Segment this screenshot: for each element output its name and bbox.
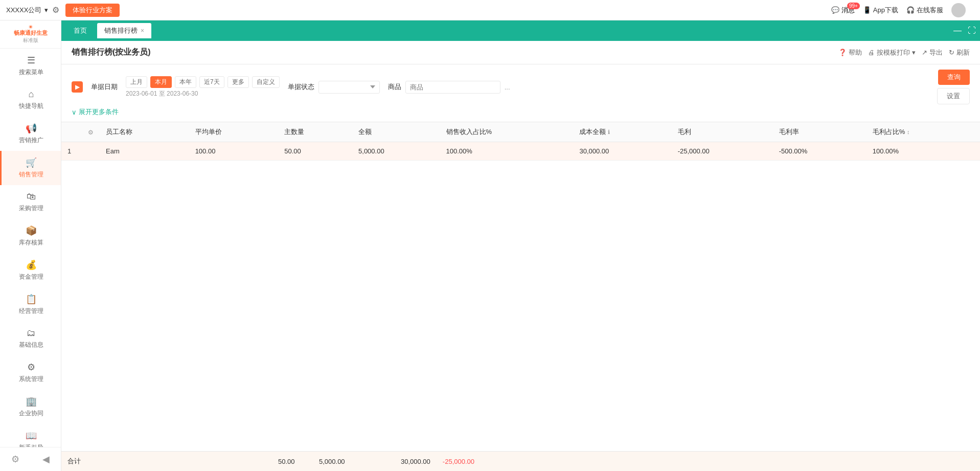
- settings-button[interactable]: 设置: [937, 88, 970, 104]
- help-button[interactable]: ❓ 帮助: [838, 48, 862, 57]
- date-filter-group: 上月 本月 本年 近7天 更多 自定义 2023-06-01 至 2023-06…: [126, 76, 280, 98]
- this-year-btn[interactable]: 本年: [175, 76, 196, 88]
- home-icon: ⌂: [29, 89, 34, 100]
- sidebar-item-system[interactable]: ⚙ 系统管理: [0, 355, 61, 390]
- this-month-btn[interactable]: 本月: [150, 76, 172, 88]
- tab-close-icon[interactable]: ×: [141, 27, 144, 34]
- inventory-icon: 📦: [26, 225, 37, 236]
- template-print-button[interactable]: 🖨 按模板打印 ▾: [868, 48, 916, 57]
- status-select[interactable]: [318, 81, 380, 94]
- logo-area: 畅康通好生意 标准版: [0, 20, 61, 49]
- guide-icon: 📖: [26, 430, 37, 441]
- print-icon: 🖨: [868, 49, 875, 56]
- refresh-icon: ↻: [949, 49, 954, 56]
- trial-button[interactable]: 体验行业方案: [65, 4, 120, 17]
- column-settings-icon[interactable]: ⚙: [88, 129, 94, 136]
- filter-toggle-button[interactable]: ▶: [72, 81, 83, 93]
- message-area[interactable]: 💬 消息 99+: [831, 6, 855, 15]
- tab-expand-icon[interactable]: ⛶: [968, 26, 976, 35]
- tab-bar-right: — ⛶: [953, 26, 976, 35]
- th-gross-rate: 毛利率: [773, 122, 867, 142]
- query-button[interactable]: 查询: [938, 70, 970, 85]
- sidebar-item-guide[interactable]: 📖 新手引导: [0, 424, 61, 447]
- company-name: XXXXX公司: [6, 6, 41, 15]
- sidebar-item-quick-nav[interactable]: ⌂ 快捷导航: [0, 83, 61, 117]
- expand-more-button[interactable]: ∨ 展开更多条件: [72, 107, 970, 117]
- sidebar-item-label-sales: 销售管理: [19, 170, 43, 179]
- sidebar-item-label-nav: 快捷导航: [19, 102, 43, 110]
- app-icon: 📱: [863, 6, 871, 14]
- footer-quantity: 50.00: [272, 458, 313, 465]
- tab-sales-ranking[interactable]: 销售排行榜 ×: [97, 23, 151, 38]
- company-selector[interactable]: XXXXX公司 ▾: [6, 6, 48, 15]
- more-dates-btn[interactable]: 更多: [227, 76, 249, 88]
- gross-pct-label: 毛利占比%: [873, 128, 905, 136]
- sidebar-item-label-purchase: 采购管理: [19, 204, 43, 213]
- status-filter-group: 单据状态: [288, 81, 380, 94]
- tab-home[interactable]: 首页: [65, 22, 95, 39]
- last-7-days-btn[interactable]: 近7天: [199, 76, 224, 88]
- help-icon: ❓: [838, 49, 847, 56]
- online-service-area[interactable]: 🎧 在线客服: [906, 6, 943, 15]
- sidebar-item-basic-info[interactable]: 🗂 基础信息: [0, 322, 61, 355]
- sidebar-item-label-basic: 基础信息: [19, 341, 43, 349]
- status-label: 单据状态: [288, 82, 314, 92]
- settings-icon[interactable]: ⚙: [52, 5, 59, 15]
- footer-total-label: 合计: [67, 457, 170, 466]
- avatar[interactable]: [951, 3, 966, 17]
- top-bar: XXXXX公司 ▾ ⚙ 体验行业方案 💬 消息 99+ 📱 App下载 🎧 在线…: [0, 0, 980, 20]
- cost-info-icon: ℹ: [608, 129, 610, 135]
- content-area: 首页 销售排行榜 × — ⛶ 销售排行榜(按业务员) ❓ 帮助: [61, 20, 980, 471]
- gross-pct-sort-icon[interactable]: ↕: [907, 129, 910, 135]
- th-settings[interactable]: ⚙: [82, 122, 100, 142]
- export-button[interactable]: ↗ 导出: [922, 48, 943, 57]
- date-label: 单据日期: [91, 82, 118, 92]
- tab-minimize-icon[interactable]: —: [953, 26, 962, 35]
- table-row: 1 Eam 100.00 50.00 5,000.00 100.00% 30,0…: [61, 142, 980, 161]
- goods-input[interactable]: [405, 81, 500, 94]
- purchase-icon: 🛍: [27, 191, 36, 202]
- help-label: 帮助: [849, 48, 862, 57]
- sidebar-item-operations[interactable]: 📋 经营管理: [0, 287, 61, 322]
- query-settings-area: 查询 设置: [937, 70, 970, 104]
- last-month-btn[interactable]: 上月: [126, 76, 147, 88]
- th-name: 员工名称: [100, 122, 189, 142]
- more-options-link[interactable]: ...: [505, 83, 510, 91]
- filter-area: ▶ 单据日期 上月 本月 本年 近7天 更多 自定义 2023-06-01 至 …: [61, 64, 980, 122]
- app-download-area[interactable]: 📱 App下载: [863, 6, 898, 15]
- sidebar-item-finance[interactable]: 💰 资金管理: [0, 253, 61, 287]
- footer-gross: -25,000.00: [437, 458, 481, 465]
- page-header: 销售排行榜(按业务员) ❓ 帮助 🖨 按模板打印 ▾ ↗ 导出: [61, 41, 980, 64]
- collapse-icon[interactable]: ◀: [42, 454, 50, 465]
- headset-icon: 🎧: [906, 6, 915, 14]
- cell-sales-pct: 100.00%: [440, 142, 574, 161]
- custom-dates-btn[interactable]: 自定义: [252, 76, 280, 88]
- main-layout: 畅康通好生意 标准版 ☰ 搜索菜单 ⌂ 快捷导航 📢 营销推广 🛒 销售管理 🛍: [0, 20, 980, 471]
- print-chevron-icon: ▾: [912, 49, 916, 56]
- sidebar-item-search-order[interactable]: ☰ 搜索菜单: [0, 49, 61, 83]
- sidebar-item-sales[interactable]: 🛒 销售管理: [0, 151, 61, 185]
- goods-label: 商品: [388, 82, 401, 92]
- refresh-label: 刷新: [956, 48, 970, 57]
- expand-more-label: 展开更多条件: [79, 107, 119, 117]
- template-print-label: 按模板打印: [877, 48, 910, 57]
- cell-gross: -25,000.00: [672, 142, 773, 161]
- th-gross: 毛利: [672, 122, 773, 142]
- logo-sub-text: 标准版: [23, 37, 38, 44]
- th-amount: 全额: [352, 122, 440, 142]
- sidebar-item-enterprise[interactable]: 🏢 企业协同: [0, 390, 61, 424]
- sidebar-item-marketing[interactable]: 📢 营销推广: [0, 117, 61, 151]
- refresh-button[interactable]: ↻ 刷新: [949, 48, 970, 57]
- logo-main-text: 畅康通好生意: [14, 29, 48, 37]
- sales-icon: 🛒: [26, 157, 37, 168]
- date-range-display: 2023-06-01 至 2023-06-30: [126, 89, 280, 98]
- tab-bar: 首页 销售排行榜 × — ⛶: [61, 20, 980, 41]
- cell-name: Eam: [100, 142, 189, 161]
- sidebar-item-inventory[interactable]: 📦 库存核算: [0, 219, 61, 253]
- sidebar-item-purchase[interactable]: 🛍 采购管理: [0, 185, 61, 219]
- page-content: 销售排行榜(按业务员) ❓ 帮助 🖨 按模板打印 ▾ ↗ 导出: [61, 41, 980, 471]
- top-right-area: 💬 消息 99+ 📱 App下载 🎧 在线客服: [831, 3, 974, 17]
- settings-bottom-icon[interactable]: ⚙: [11, 454, 19, 465]
- date-buttons: 上月 本月 本年 近7天 更多 自定义: [126, 76, 280, 88]
- tab-label: 销售排行榜: [104, 26, 138, 35]
